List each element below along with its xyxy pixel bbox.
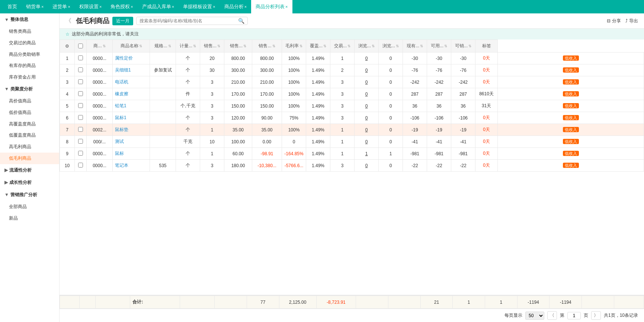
sidebar-group-overall[interactable]: ▼ 整体信息	[0, 13, 59, 26]
row-checkbox[interactable]	[78, 139, 83, 144]
row-trade-link[interactable]: 0	[365, 163, 368, 168]
row-checkbox-cell[interactable]	[75, 76, 87, 88]
share-button[interactable]: ⊟ 分享	[607, 18, 621, 24]
nav-sales[interactable]: 销货单×	[22, 0, 48, 13]
col-current-sort[interactable]: ⇅	[420, 44, 423, 48]
sidebar-group-marketing[interactable]: ▼ 营销推广分析	[0, 189, 59, 201]
row-name[interactable]: 鼠标	[113, 148, 150, 160]
row-name[interactable]: 测试	[113, 136, 150, 148]
row-trade[interactable]: 0	[355, 136, 379, 148]
nav-roles[interactable]: 角色授权×	[106, 0, 137, 13]
col-sellable-sort[interactable]: ⇅	[468, 44, 471, 48]
row-checkbox-cell[interactable]	[75, 160, 87, 172]
row-trade-link[interactable]: 1	[365, 151, 368, 156]
col-browse1-sort[interactable]: ⇅	[372, 44, 375, 48]
row-trade[interactable]: 0	[355, 88, 379, 100]
nav-sales-close[interactable]: ×	[41, 4, 44, 9]
row-checkbox[interactable]	[78, 103, 83, 108]
sidebar-item-low-margin[interactable]: 低毛利商品	[0, 153, 59, 164]
row-trade[interactable]: 0	[355, 124, 379, 136]
sidebar-collapse-icon[interactable]: 《	[65, 17, 71, 25]
nav-products-in-close[interactable]: ×	[172, 4, 174, 9]
prev-page-button[interactable]: 〈	[547, 311, 557, 320]
select-all-checkbox[interactable]	[78, 44, 83, 48]
sidebar-item-low-coverage[interactable]: 低覆盖度商品	[0, 130, 59, 141]
nav-permissions-close[interactable]: ×	[99, 4, 102, 9]
row-trade[interactable]: 0	[355, 100, 379, 112]
sidebar-item-all-goods[interactable]: 全部商品	[0, 201, 59, 213]
row-checkbox-cell[interactable]	[75, 148, 87, 160]
row-name[interactable]: 铅笔1	[113, 100, 150, 112]
sidebar-item-stock-goods[interactable]: 有库存的商品	[0, 60, 59, 71]
nav-template[interactable]: 单据模板设置×	[179, 0, 220, 13]
row-name[interactable]: 属性定价	[113, 52, 150, 64]
row-checkbox[interactable]	[78, 79, 83, 84]
row-trade[interactable]: 0	[355, 64, 379, 76]
sidebar-item-high-margin[interactable]: 高毛利商品	[0, 141, 59, 153]
col-settings[interactable]: ⚙	[60, 40, 75, 52]
row-trade[interactable]: 0	[355, 76, 379, 88]
nav-template-close[interactable]: ×	[213, 4, 215, 9]
nav-analysis-list[interactable]: 商品分析列表×	[251, 0, 292, 13]
col-available-sort[interactable]: ⇅	[444, 44, 447, 48]
row-name[interactable]: 吴细细1	[113, 64, 150, 76]
nav-home[interactable]: 首页	[3, 0, 22, 13]
nav-roles-close[interactable]: ×	[131, 4, 133, 9]
search-input[interactable]	[140, 18, 238, 23]
sidebar-item-stock-capital[interactable]: 库存资金占用	[0, 71, 59, 83]
next-page-button[interactable]: 〉	[591, 311, 601, 320]
nav-analysis-list-close[interactable]: ×	[285, 4, 288, 9]
sidebar-group-flow[interactable]: ▶ 流通性分析	[0, 164, 59, 176]
row-checkbox-cell[interactable]	[75, 52, 87, 64]
date-filter-button[interactable]: 近一月	[112, 17, 133, 25]
row-trade[interactable]: 0	[355, 160, 379, 172]
sidebar-item-traded-goods[interactable]: 交易过的商品	[0, 37, 59, 49]
row-trade-link[interactable]: 0	[365, 68, 368, 73]
row-checkbox[interactable]	[78, 127, 83, 132]
row-trade-link[interactable]: 0	[365, 139, 368, 144]
row-name[interactable]: 笔记本	[113, 160, 150, 172]
nav-purchase[interactable]: 进货单×	[48, 0, 74, 13]
row-trade[interactable]: 1	[355, 148, 379, 160]
row-trade[interactable]: 0	[355, 52, 379, 64]
nav-permissions[interactable]: 权限设置×	[75, 0, 106, 13]
row-trade-link[interactable]: 0	[365, 103, 368, 109]
sidebar-item-sales-goods[interactable]: 销售类商品	[0, 26, 59, 37]
col-profit-rate-sort[interactable]: ⇅	[299, 44, 302, 48]
sidebar-item-low-value[interactable]: 低价值商品	[0, 107, 59, 118]
row-trade-link[interactable]: 0	[365, 92, 368, 97]
row-checkbox[interactable]	[78, 115, 83, 120]
row-trade-link[interactable]: 0	[365, 80, 368, 85]
row-checkbox[interactable]	[78, 163, 83, 168]
row-name[interactable]: 电话机	[113, 76, 150, 88]
nav-analysis-close[interactable]: ×	[244, 4, 247, 9]
row-checkbox-cell[interactable]	[75, 136, 87, 148]
col-code-sort[interactable]: ⇅	[103, 44, 106, 48]
per-page-select[interactable]: 50 100 200	[525, 312, 544, 320]
row-checkbox-cell[interactable]	[75, 64, 87, 76]
row-checkbox[interactable]	[78, 151, 83, 156]
row-checkbox-cell[interactable]	[75, 124, 87, 136]
row-trade-link[interactable]: 0	[365, 56, 368, 61]
row-checkbox[interactable]	[78, 91, 83, 96]
settings-icon[interactable]: ⚙	[65, 44, 69, 49]
row-checkbox[interactable]	[78, 55, 83, 60]
col-coverage-sort[interactable]: ⇅	[323, 44, 326, 48]
nav-purchase-close[interactable]: ×	[68, 4, 70, 9]
sidebar-item-high-coverage[interactable]: 高覆盖度商品	[0, 118, 59, 130]
row-name[interactable]: 橡皮擦	[113, 88, 150, 100]
sidebar-item-high-value[interactable]: 高价值商品	[0, 95, 59, 107]
sidebar-item-category-rate[interactable]: 商品分类助销率	[0, 49, 59, 60]
col-sale-qty-sort[interactable]: ⇅	[217, 44, 220, 48]
sidebar-group-cluster[interactable]: ▼ 类聚度分析	[0, 83, 59, 95]
row-trade[interactable]: 0	[355, 112, 379, 124]
col-spec-sort[interactable]: ⇅	[168, 44, 171, 48]
table-container[interactable]: ⚙ 商...⇅ 商品名称⇅ 规格...⇅	[60, 39, 644, 295]
row-name[interactable]: 鼠标垫	[113, 124, 150, 136]
row-trade-link[interactable]: 0	[365, 127, 368, 133]
page-number-input[interactable]	[567, 312, 581, 319]
nav-analysis[interactable]: 商品分析×	[220, 0, 251, 13]
export-button[interactable]: ⤴ 导出	[625, 18, 638, 24]
col-browse2-sort[interactable]: ⇅	[396, 44, 399, 48]
col-checkbox[interactable]	[75, 40, 87, 52]
